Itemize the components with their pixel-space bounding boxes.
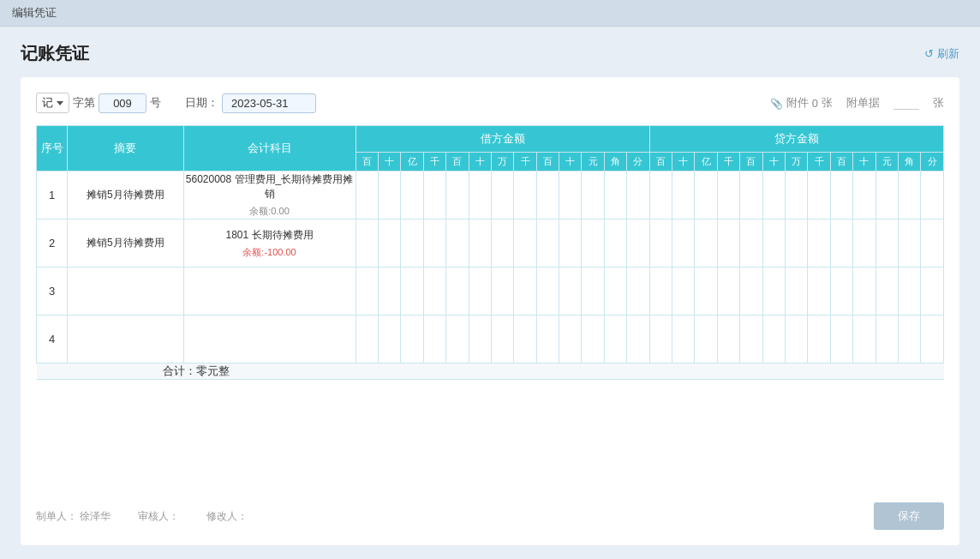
credit-cell-5[interactable] [762, 316, 785, 364]
debit-cell-9[interactable] [559, 219, 582, 267]
debit-cell-9[interactable] [559, 316, 582, 364]
credit-cell-9[interactable] [853, 171, 875, 219]
debit-cell-7[interactable] [514, 316, 536, 364]
voucher-date-input[interactable] [222, 93, 316, 113]
debit-cell-5[interactable] [469, 316, 491, 364]
attachment-link[interactable]: 附件 0 张 [770, 95, 833, 111]
debit-cell-1[interactable] [378, 219, 400, 267]
debit-cell-3[interactable] [423, 267, 445, 316]
debit-cell-2[interactable] [401, 219, 423, 267]
credit-cell-1[interactable] [672, 219, 695, 267]
debit-cell-8[interactable] [536, 171, 559, 219]
debit-cell-1[interactable] [378, 171, 400, 219]
credit-cell-12[interactable] [921, 219, 944, 267]
debit-cell-11[interactable] [604, 267, 626, 316]
debit-cell-4[interactable] [446, 219, 469, 267]
debit-cell-3[interactable] [423, 316, 445, 364]
debit-cell-3[interactable] [423, 219, 445, 267]
credit-cell-0[interactable] [649, 219, 672, 267]
debit-cell-4[interactable] [446, 267, 469, 316]
credit-cell-7[interactable] [808, 171, 830, 219]
credit-cell-11[interactable] [898, 316, 920, 364]
credit-cell-7[interactable] [808, 267, 830, 316]
save-button[interactable]: 保存 [874, 502, 944, 530]
credit-cell-1[interactable] [672, 267, 695, 316]
credit-cell-5[interactable] [762, 171, 785, 219]
credit-cell-2[interactable] [695, 171, 717, 219]
credit-cell-12[interactable] [921, 316, 944, 364]
debit-cell-0[interactable] [356, 316, 378, 364]
credit-cell-2[interactable] [695, 219, 717, 267]
debit-cell-6[interactable] [491, 267, 513, 316]
debit-cell-2[interactable] [401, 171, 423, 219]
credit-cell-11[interactable] [898, 267, 920, 316]
credit-cell-2[interactable] [695, 267, 717, 316]
debit-cell-7[interactable] [514, 171, 536, 219]
cell-abstract[interactable]: 摊销5月待摊费用 [68, 219, 183, 267]
debit-cell-0[interactable] [356, 219, 378, 267]
debit-cell-11[interactable] [604, 316, 626, 364]
debit-cell-9[interactable] [559, 171, 582, 219]
cell-account[interactable] [183, 316, 356, 364]
credit-cell-0[interactable] [649, 267, 672, 316]
debit-cell-12[interactable] [627, 267, 649, 316]
debit-cell-8[interactable] [536, 267, 559, 316]
debit-cell-10[interactable] [582, 171, 604, 219]
debit-cell-0[interactable] [356, 171, 378, 219]
debit-cell-2[interactable] [401, 316, 423, 364]
credit-cell-4[interactable] [740, 316, 762, 364]
debit-cell-1[interactable] [378, 267, 400, 316]
credit-cell-8[interactable] [830, 316, 852, 364]
credit-cell-11[interactable] [898, 219, 920, 267]
debit-cell-7[interactable] [514, 267, 536, 316]
credit-cell-10[interactable] [875, 171, 898, 219]
credit-cell-12[interactable] [921, 267, 944, 316]
credit-cell-0[interactable] [649, 316, 672, 364]
refresh-button[interactable]: ↺ 刷新 [924, 46, 959, 62]
debit-cell-9[interactable] [559, 267, 582, 316]
credit-cell-8[interactable] [830, 171, 852, 219]
debit-cell-3[interactable] [423, 171, 445, 219]
credit-cell-12[interactable] [921, 171, 944, 219]
debit-cell-1[interactable] [378, 316, 400, 364]
table-row[interactable]: 3 [37, 267, 944, 316]
credit-cell-2[interactable] [695, 316, 717, 364]
debit-cell-6[interactable] [491, 171, 513, 219]
credit-cell-10[interactable] [875, 267, 898, 316]
credit-cell-6[interactable] [786, 219, 808, 267]
credit-cell-10[interactable] [875, 316, 898, 364]
credit-cell-9[interactable] [853, 219, 875, 267]
table-row[interactable]: 2摊销5月待摊费用1801 长期待摊费用余额:-100.00 [37, 219, 944, 267]
credit-cell-6[interactable] [786, 316, 808, 364]
credit-cell-0[interactable] [649, 171, 672, 219]
debit-cell-5[interactable] [469, 171, 491, 219]
debit-cell-10[interactable] [582, 316, 604, 364]
credit-cell-8[interactable] [830, 267, 852, 316]
zhang-input[interactable] [893, 96, 919, 110]
credit-cell-3[interactable] [717, 316, 739, 364]
debit-cell-7[interactable] [514, 219, 536, 267]
debit-cell-6[interactable] [491, 219, 513, 267]
credit-cell-4[interactable] [740, 219, 762, 267]
debit-cell-11[interactable] [604, 219, 626, 267]
credit-cell-6[interactable] [786, 267, 808, 316]
debit-cell-8[interactable] [536, 219, 559, 267]
credit-cell-3[interactable] [717, 267, 739, 316]
debit-cell-0[interactable] [356, 267, 378, 316]
debit-cell-5[interactable] [469, 267, 491, 316]
credit-cell-10[interactable] [875, 219, 898, 267]
table-row[interactable]: 4 [37, 316, 944, 364]
receipt-label[interactable]: 附单据 [846, 95, 880, 111]
debit-cell-2[interactable] [401, 267, 423, 316]
credit-cell-4[interactable] [740, 267, 762, 316]
debit-cell-4[interactable] [446, 171, 469, 219]
credit-cell-5[interactable] [762, 219, 785, 267]
cell-account[interactable] [183, 267, 356, 316]
debit-cell-12[interactable] [627, 171, 649, 219]
debit-cell-12[interactable] [627, 219, 649, 267]
credit-cell-5[interactable] [762, 267, 785, 316]
voucher-type-button[interactable]: 记 [36, 93, 69, 113]
debit-cell-10[interactable] [582, 219, 604, 267]
cell-account[interactable]: 56020008 管理费用_长期待摊费用摊销余额:0.00 [183, 171, 356, 219]
credit-cell-4[interactable] [740, 171, 762, 219]
